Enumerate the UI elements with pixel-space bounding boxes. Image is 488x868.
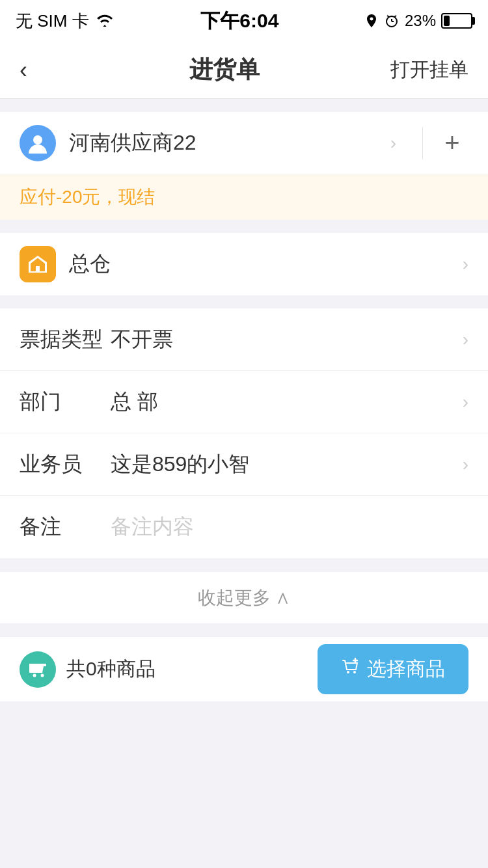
department-row[interactable]: 部门 总 部 › bbox=[0, 371, 488, 433]
battery-icon bbox=[441, 13, 472, 29]
section-gap-1 bbox=[0, 99, 488, 112]
svg-point-5 bbox=[33, 135, 42, 144]
warehouse-row[interactable]: 总仓 › bbox=[0, 233, 488, 295]
alarm-icon bbox=[384, 13, 400, 29]
battery-percent: 23% bbox=[405, 12, 436, 30]
bottom-bar: 共0种商品 选择商品 bbox=[0, 636, 488, 701]
salesperson-label: 业务员 bbox=[20, 450, 104, 479]
page-title: 进货单 bbox=[189, 54, 260, 86]
svg-point-10 bbox=[347, 671, 349, 673]
supplier-avatar bbox=[20, 125, 56, 161]
back-button[interactable]: ‹ bbox=[20, 57, 59, 84]
collapse-button[interactable]: 收起更多 ∧ bbox=[0, 571, 488, 623]
department-label: 部门 bbox=[20, 388, 104, 416]
select-cart-icon bbox=[341, 657, 360, 681]
salesperson-row[interactable]: 业务员 这是859的小智 › bbox=[0, 433, 488, 496]
nav-bar: ‹ 进货单 打开挂单 bbox=[0, 42, 488, 99]
invoice-type-value: 不开票 bbox=[104, 325, 463, 354]
svg-line-3 bbox=[387, 16, 389, 17]
divider bbox=[422, 127, 423, 159]
add-button[interactable]: + bbox=[436, 128, 468, 157]
salesperson-chevron: › bbox=[463, 454, 468, 475]
status-left: 无 SIM 卡 bbox=[16, 10, 115, 33]
wifi-icon bbox=[94, 13, 115, 29]
warehouse-chevron: › bbox=[463, 254, 468, 275]
notice-text: 应付-20元，现结 bbox=[20, 187, 155, 207]
remark-value[interactable]: 备注内容 bbox=[104, 513, 468, 541]
department-chevron: › bbox=[463, 392, 468, 413]
cart-plus-icon bbox=[341, 657, 360, 677]
svg-point-9 bbox=[41, 673, 44, 677]
remark-label: 备注 bbox=[20, 513, 104, 541]
select-product-label: 选择商品 bbox=[367, 656, 445, 683]
svg-line-4 bbox=[394, 16, 396, 17]
svg-point-11 bbox=[353, 671, 356, 673]
status-right: 23% bbox=[364, 12, 472, 30]
warehouse-section: 总仓 › bbox=[0, 233, 488, 295]
cart-icon bbox=[27, 658, 49, 681]
location-icon bbox=[364, 13, 379, 29]
supplier-row[interactable]: 河南供应商22 › + bbox=[0, 112, 488, 174]
select-product-button[interactable]: 选择商品 bbox=[318, 644, 468, 694]
product-count: 共0种商品 bbox=[66, 656, 318, 683]
supplier-section: 河南供应商22 › + 应付-20元，现结 bbox=[0, 112, 488, 220]
invoice-type-label: 票据类型 bbox=[20, 325, 104, 354]
product-icon bbox=[20, 651, 56, 688]
status-bar: 无 SIM 卡 下午6:04 23% bbox=[0, 0, 488, 42]
house-icon bbox=[27, 253, 49, 275]
warehouse-name: 总仓 bbox=[69, 250, 463, 278]
page-content: 河南供应商22 › + 应付-20元，现结 总仓 › 票据类型 不开票 › bbox=[0, 99, 488, 855]
form-section: 票据类型 不开票 › 部门 总 部 › 业务员 这是859的小智 › 备注 备注… bbox=[0, 308, 488, 558]
collapse-label: 收起更多 ∧ bbox=[198, 586, 291, 610]
remark-row[interactable]: 备注 备注内容 bbox=[0, 496, 488, 558]
status-time: 下午6:04 bbox=[200, 8, 278, 34]
svg-point-8 bbox=[33, 673, 36, 677]
salesperson-value: 这是859的小智 bbox=[104, 450, 463, 479]
open-pending-button[interactable]: 打开挂单 bbox=[390, 57, 468, 83]
department-value: 总 部 bbox=[104, 388, 463, 416]
person-icon bbox=[26, 131, 49, 155]
notice-bar: 应付-20元，现结 bbox=[0, 174, 488, 220]
supplier-name: 河南供应商22 bbox=[69, 129, 390, 157]
warehouse-icon bbox=[20, 246, 56, 282]
supplier-chevron: › bbox=[390, 133, 396, 154]
invoice-type-chevron: › bbox=[463, 329, 468, 350]
sim-status: 无 SIM 卡 bbox=[16, 10, 89, 33]
svg-rect-7 bbox=[29, 664, 46, 666]
invoice-type-row[interactable]: 票据类型 不开票 › bbox=[0, 308, 488, 371]
